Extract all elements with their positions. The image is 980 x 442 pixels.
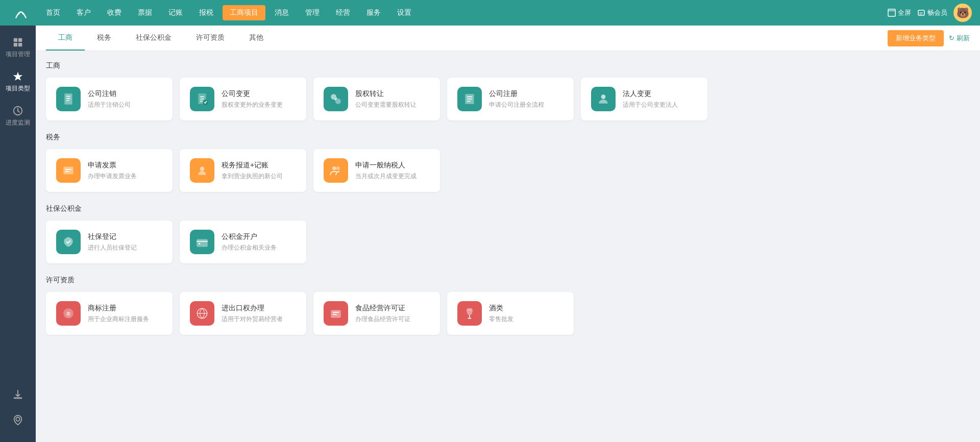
cards-grid-3: ®商标注册用于企业商标注册服务进出口权办理适用于对外贸易经营者食品经营许可证办理…: [46, 292, 970, 335]
card-desc-3-0: 用于企业商标注册服务: [88, 315, 149, 324]
svg-rect-2: [14, 38, 17, 42]
section-title-2: 社保公积金: [46, 204, 970, 213]
tab-bar-right: 新增业务类型 ↻ 刷新: [888, 30, 970, 46]
card-desc-2-0: 进行人员社保登记: [88, 243, 137, 252]
card-text-0-3: 公司注册申请公司注册全流程: [489, 89, 544, 109]
card-text-3-0: 商标注册用于企业商标注册服务: [88, 304, 149, 324]
card-icon-0-3: [457, 87, 482, 111]
card-icon-0-4: [591, 87, 616, 111]
top-nav-item-7[interactable]: 消息: [267, 5, 296, 20]
card-3-0[interactable]: ®商标注册用于企业商标注册服务: [46, 292, 173, 335]
tab-item-0[interactable]: 工商: [46, 26, 85, 51]
card-0-1[interactable]: 公司变更股权变更外的业务变更: [180, 78, 306, 120]
tab-item-2[interactable]: 社保公积金: [124, 26, 184, 51]
card-title-3-2: 食品经营许可证: [355, 304, 410, 313]
card-desc-0-3: 申请公司注册全流程: [489, 101, 544, 109]
top-nav-item-10[interactable]: 服务: [359, 5, 388, 20]
sidebar-bottom: [8, 385, 28, 437]
tab-bar-tabs: 工商税务社保公积金许可资质其他: [46, 26, 888, 51]
sidebar: 项目管理 项目类型 进度监测: [0, 26, 36, 442]
card-3-2[interactable]: 食品经营许可证办理食品经营许可证: [313, 292, 440, 335]
svg-point-17: [336, 166, 340, 170]
card-1-1[interactable]: 税务报道+记账拿到营业执照的新公司: [180, 149, 306, 192]
top-nav-item-2[interactable]: 收费: [100, 5, 129, 20]
tab-item-4[interactable]: 其他: [237, 26, 276, 51]
cards-grid-2: 社保登记进行人员社保登记公积金开户办理公积金相关业务: [46, 220, 970, 263]
refresh-button[interactable]: ↻ 刷新: [949, 34, 970, 43]
tab-bar: 工商税务社保公积金许可资质其他 新增业务类型 ↻ 刷新: [36, 26, 980, 51]
top-nav-item-1[interactable]: 客户: [69, 5, 98, 20]
card-title-0-3: 公司注册: [489, 89, 544, 99]
refresh-label: 刷新: [957, 34, 970, 43]
cards-grid-0: 公司注销适用于注销公司公司变更股权变更外的业务变更股权转让公司变更需要股权转让公…: [46, 78, 970, 120]
sidebar-download-btn[interactable]: [8, 385, 28, 406]
sidebar-item-project-type[interactable]: 项目类型: [0, 65, 36, 99]
card-2-0[interactable]: 社保登记进行人员社保登记: [46, 220, 173, 263]
card-title-0-4: 法人变更: [623, 89, 678, 99]
card-desc-2-1: 办理公积金相关业务: [222, 243, 277, 252]
card-3-1[interactable]: 进出口权办理适用于对外贸易经营者: [180, 292, 306, 335]
card-icon-0-1: [190, 87, 214, 111]
svg-point-13: [601, 94, 606, 99]
section-3: 许可资质®商标注册用于企业商标注册服务进出口权办理适用于对外贸易经营者食品经营许…: [46, 276, 970, 335]
scroll-content: 工商公司注销适用于注销公司公司变更股权变更外的业务变更股权转让公司变更需要股权转…: [36, 51, 980, 442]
card-title-1-0: 申请发票: [88, 161, 137, 170]
card-title-3-0: 商标注册: [88, 304, 149, 313]
card-icon-3-3: [457, 301, 482, 326]
card-text-1-2: 申请一般纳税人当月或次月成变更完成: [355, 161, 416, 181]
top-nav-item-6[interactable]: 工商项目: [223, 5, 265, 20]
card-icon-0-0: [56, 87, 81, 111]
sidebar-item-progress[interactable]: 进度监测: [0, 99, 36, 133]
sidebar-item-project-manage[interactable]: 项目管理: [0, 31, 36, 65]
card-title-0-2: 股权转让: [355, 89, 416, 99]
card-title-3-3: 酒类: [489, 304, 513, 313]
card-icon-2-1: [190, 230, 214, 254]
svg-rect-14: [63, 166, 74, 174]
tab-item-1[interactable]: 税务: [85, 26, 124, 51]
top-nav-items: 首页客户收费票据记账报税工商项目消息管理经营服务设置: [39, 5, 888, 20]
card-title-1-1: 税务报道+记账: [222, 161, 283, 170]
top-nav-item-0[interactable]: 首页: [39, 5, 67, 20]
card-1-0[interactable]: 申请发票办理申请发票业务: [46, 149, 173, 192]
card-text-3-1: 进出口权办理适用于对外贸易经营者: [222, 304, 283, 324]
top-nav-item-3[interactable]: 票据: [131, 5, 159, 20]
card-text-0-1: 公司变更股权变更外的业务变更: [222, 89, 283, 109]
new-type-button[interactable]: 新增业务类型: [888, 30, 944, 46]
card-0-0[interactable]: 公司注销适用于注销公司: [46, 78, 173, 120]
svg-rect-4: [14, 43, 17, 46]
card-desc-0-2: 公司变更需要股权转让: [355, 101, 416, 109]
card-desc-0-0: 适用于注销公司: [88, 101, 131, 109]
top-nav: 首页客户收费票据记账报税工商项目消息管理经营服务设置 全屏 畅会员 🐻: [0, 0, 980, 26]
card-0-3[interactable]: 公司注册申请公司注册全流程: [447, 78, 574, 120]
section-1: 税务申请发票办理申请发票业务税务报道+记账拿到营业执照的新公司申请一般纳税人当月…: [46, 133, 970, 192]
fullscreen-btn[interactable]: 全屏: [888, 8, 911, 17]
tab-item-3[interactable]: 许可资质: [184, 26, 237, 51]
top-nav-item-4[interactable]: 记账: [161, 5, 190, 20]
card-icon-2-0: [56, 230, 81, 254]
card-icon-3-1: [190, 301, 214, 326]
card-0-4[interactable]: 法人变更适用于公司变更法人: [581, 78, 707, 120]
card-text-3-2: 食品经营许可证办理食品经营许可证: [355, 304, 410, 324]
card-title-0-1: 公司变更: [222, 89, 283, 99]
card-desc-1-0: 办理申请发票业务: [88, 172, 137, 181]
card-2-1[interactable]: 公积金开户办理公积金相关业务: [180, 220, 306, 263]
card-title-2-0: 社保登记: [88, 232, 137, 241]
card-title-2-1: 公积金开户: [222, 232, 277, 241]
top-nav-item-5[interactable]: 报税: [192, 5, 220, 20]
svg-rect-3: [18, 38, 22, 42]
svg-rect-7: [14, 398, 22, 399]
card-title-0-0: 公司注销: [88, 89, 131, 99]
top-nav-item-11[interactable]: 设置: [390, 5, 419, 20]
card-3-3[interactable]: 酒类零售批发: [447, 292, 574, 335]
svg-point-8: [16, 418, 19, 421]
svg-point-15: [200, 166, 205, 171]
member-btn[interactable]: 畅会员: [917, 8, 947, 17]
svg-text:®: ®: [66, 311, 70, 317]
sidebar-location-btn[interactable]: [8, 410, 28, 432]
top-nav-item-9[interactable]: 经营: [329, 5, 357, 20]
card-0-2[interactable]: 股权转让公司变更需要股权转让: [313, 78, 440, 120]
top-nav-item-8[interactable]: 管理: [298, 5, 327, 20]
fullscreen-label: 全屏: [898, 8, 911, 17]
card-1-2[interactable]: 申请一般纳税人当月或次月成变更完成: [313, 149, 440, 192]
card-text-2-0: 社保登记进行人员社保登记: [88, 232, 137, 252]
